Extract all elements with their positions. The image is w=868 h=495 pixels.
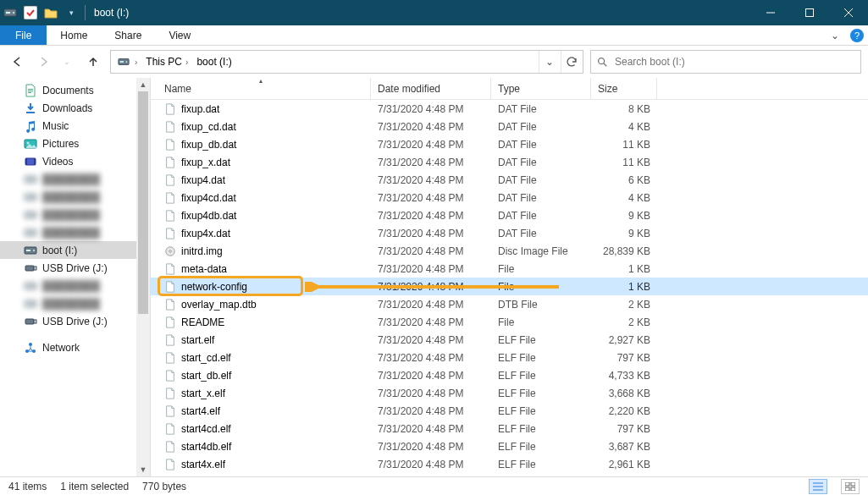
file-row[interactable]: start4.elf 7/31/2020 4:48 PM ELF File 2,…	[151, 402, 868, 420]
file-size: 6 KB	[591, 174, 657, 186]
search-icon	[596, 56, 608, 68]
file-icon	[164, 458, 176, 471]
sidebar-item-label: Documents	[42, 85, 94, 96]
file-row[interactable]: README 7/31/2020 4:48 PM File 2 KB	[151, 313, 868, 331]
scroll-thumb[interactable]	[138, 91, 148, 314]
file-date: 7/31/2020 4:48 PM	[371, 139, 491, 151]
tab-share[interactable]: Share	[101, 25, 155, 45]
tab-view[interactable]: View	[155, 25, 204, 45]
file-row[interactable]: fixup4x.dat 7/31/2020 4:48 PM DAT File 9…	[151, 224, 868, 242]
file-type: DAT File	[491, 121, 591, 133]
status-bytes: 770 bytes	[142, 481, 186, 492]
file-row[interactable]: fixup_db.dat 7/31/2020 4:48 PM DAT File …	[151, 135, 868, 153]
address-dropdown[interactable]: ⌄	[539, 51, 559, 73]
arrow-up-icon	[86, 55, 100, 69]
svg-rect-31	[851, 482, 855, 486]
sidebar-item[interactable]: Pictures	[0, 135, 150, 152]
file-name: start.elf	[181, 334, 214, 346]
file-icon	[164, 245, 176, 258]
file-row[interactable]: start_x.elf 7/31/2020 4:48 PM ELF File 3…	[151, 384, 868, 402]
refresh-button[interactable]	[561, 51, 581, 73]
ql-properties-icon[interactable]	[20, 0, 41, 25]
sidebar-item[interactable]: Documents	[0, 81, 150, 99]
file-row[interactable]: fixup_x.dat 7/31/2020 4:48 PM DAT File 1…	[151, 153, 868, 171]
file-type: DAT File	[491, 139, 591, 151]
file-icon	[164, 102, 176, 116]
window-close-button[interactable]	[829, 0, 868, 25]
file-name: fixup4.dat	[181, 174, 225, 186]
file-row[interactable]: start4x.elf 7/31/2020 4:48 PM ELF File 2…	[151, 455, 868, 473]
file-icon	[164, 209, 176, 223]
sidebar-item-redacted: ████████	[0, 188, 150, 206]
file-icon	[164, 387, 176, 400]
sidebar-item[interactable]: Downloads	[0, 99, 150, 117]
scroll-up-icon[interactable]: ▲	[136, 78, 150, 91]
nav-up-button[interactable]	[83, 52, 103, 72]
column-type[interactable]: Type	[491, 78, 591, 99]
nav-forward-button[interactable]	[34, 52, 54, 72]
sidebar-item[interactable]: Music	[0, 117, 150, 135]
file-type: DAT File	[491, 174, 591, 186]
file-type: DTB File	[491, 299, 591, 311]
breadcrumb-root[interactable]: ›	[113, 51, 141, 73]
file-icon	[164, 173, 176, 187]
file-icon	[164, 422, 176, 436]
sidebar-scrollbar[interactable]: ▲ ▼	[136, 78, 150, 476]
help-button[interactable]: ?	[846, 25, 868, 45]
file-type: DAT File	[491, 157, 591, 168]
file-name: start4.elf	[181, 405, 220, 417]
breadcrumb-boot[interactable]: boot (I:)	[193, 51, 235, 73]
file-row[interactable]: start_db.elf 7/31/2020 4:48 PM ELF File …	[151, 366, 868, 384]
sidebar-item[interactable]: boot (I:)	[0, 241, 150, 259]
breadcrumb-thispc[interactable]: This PC›	[142, 51, 191, 73]
file-row[interactable]: fixup_cd.dat 7/31/2020 4:48 PM DAT File …	[151, 118, 868, 135]
file-name: fixup4x.dat	[181, 228, 230, 239]
sidebar-item[interactable]: USB Drive (J:)	[0, 312, 150, 330]
file-row[interactable]: meta-data 7/31/2020 4:48 PM File 1 KB	[151, 260, 868, 278]
ql-hdd-icon[interactable]	[0, 0, 20, 25]
sidebar-item[interactable]: Videos	[0, 152, 150, 170]
file-row[interactable]: fixup4.dat 7/31/2020 4:48 PM DAT File 6 …	[151, 171, 868, 189]
file-row[interactable]: fixup4cd.dat 7/31/2020 4:48 PM DAT File …	[151, 189, 868, 206]
sidebar-item-label: USB Drive (J:)	[42, 262, 108, 274]
nav-back-button[interactable]	[7, 52, 27, 72]
file-row[interactable]: fixup.dat 7/31/2020 4:48 PM DAT File 8 K…	[151, 100, 868, 118]
file-row[interactable]: network-config 7/31/2020 4:48 PM File 1 …	[151, 278, 868, 295]
file-size: 11 KB	[591, 139, 657, 151]
search-input[interactable]	[615, 56, 855, 68]
address-bar[interactable]: › This PC› boot (I:) ⌄	[110, 50, 583, 74]
window-minimize-button[interactable]	[751, 0, 790, 25]
file-icon	[164, 227, 176, 240]
column-date[interactable]: Date modified	[371, 78, 491, 99]
file-date: 7/31/2020 4:48 PM	[371, 210, 491, 222]
file-row[interactable]: start.elf 7/31/2020 4:48 PM ELF File 2,9…	[151, 331, 868, 349]
file-row[interactable]: start4cd.elf 7/31/2020 4:48 PM ELF File …	[151, 420, 868, 437]
file-row[interactable]: overlay_map.dtb 7/31/2020 4:48 PM DTB Fi…	[151, 295, 868, 313]
file-row[interactable]: fixup4db.dat 7/31/2020 4:48 PM DAT File …	[151, 206, 868, 224]
ribbon-collapse-icon[interactable]: ⌄	[824, 25, 846, 45]
tab-home[interactable]: Home	[47, 25, 101, 45]
sidebar-item[interactable]: Network	[0, 338, 150, 356]
file-size: 4 KB	[591, 121, 657, 133]
sidebar-item-redacted: ████████	[0, 206, 150, 223]
file-row[interactable]: start4db.elf 7/31/2020 4:48 PM ELF File …	[151, 437, 868, 455]
window-maximize-button[interactable]	[790, 0, 829, 25]
column-name[interactable]: Name▴	[151, 78, 371, 99]
scroll-down-icon[interactable]: ▼	[136, 463, 150, 476]
sidebar-item[interactable]: USB Drive (J:)	[0, 259, 150, 277]
view-details-button[interactable]	[809, 479, 827, 494]
file-date: 7/31/2020 4:48 PM	[371, 263, 491, 275]
breadcrumb-label: boot (I:)	[196, 56, 231, 68]
sidebar-item-label: Pictures	[42, 138, 79, 150]
view-thumbnails-button[interactable]	[841, 479, 860, 494]
column-size[interactable]: Size	[591, 78, 657, 99]
file-size: 2 KB	[591, 316, 657, 328]
file-row[interactable]: start_cd.elf 7/31/2020 4:48 PM ELF File …	[151, 349, 868, 366]
nav-recent-dropdown[interactable]: ⌄	[61, 52, 73, 72]
file-row[interactable]: initrd.img 7/31/2020 4:48 PM Disc Image …	[151, 242, 868, 260]
ql-folder-icon[interactable]	[41, 0, 61, 25]
ql-customize-icon[interactable]: ▾	[61, 0, 81, 25]
column-label: Name	[164, 83, 191, 95]
file-tab[interactable]: File	[0, 25, 47, 45]
search-box[interactable]	[590, 50, 861, 74]
